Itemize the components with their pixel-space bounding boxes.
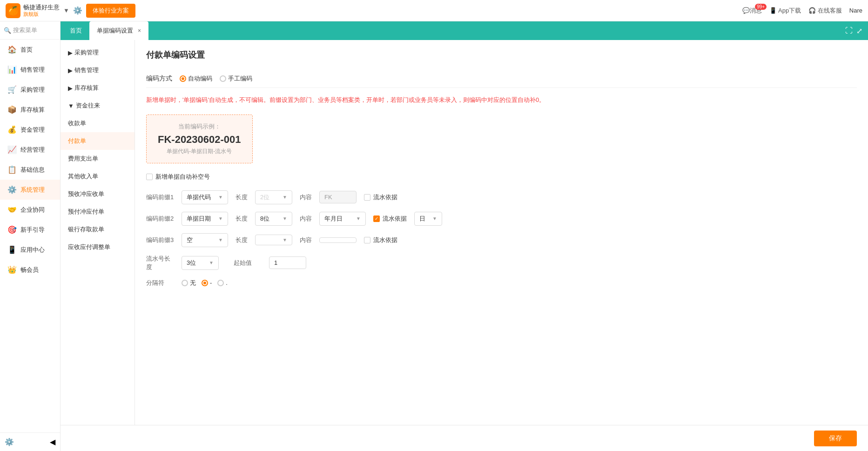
sidebar-item-guide[interactable]: 🎯 新手引导 (0, 220, 60, 240)
main-layout: 🔍 搜索菜单 🏠 首页 📊 销售管理 🛒 采购管理 📦 库存核算 💰 (0, 21, 868, 451)
sep-dash-label: - (210, 279, 212, 286)
sub-menu-capital[interactable]: ▼ 资金往来 (61, 97, 135, 114)
sep-dash[interactable]: - (202, 279, 212, 286)
sub-menu-prepaid-recv[interactable]: 预收冲应收单 (61, 185, 135, 203)
tab-close-icon[interactable]: × (138, 27, 141, 34)
day-select[interactable]: 日 ▼ (414, 212, 442, 226)
sidebar-item-base[interactable]: 📋 基础信息 (0, 160, 60, 180)
sub-menu-inventory[interactable]: ▶ 库存核算 (61, 79, 135, 97)
length2-select[interactable]: 8位 ▼ (255, 212, 292, 226)
sidebar-item-label: 新手引导 (20, 226, 45, 234)
content2-select[interactable]: 年月日 ▼ (319, 212, 366, 226)
sub-sidebar: ▶ 采购管理 ▶ 销售管理 ▶ 库存核算 ▼ 资金往来 收款单 (61, 40, 135, 425)
prefix3-select[interactable]: 空 ▼ (182, 233, 228, 247)
sub-menu-expense[interactable]: 费用支出单 (61, 150, 135, 168)
arrow-icon: ▶ (68, 49, 73, 56)
sep-dot[interactable]: . (217, 279, 228, 286)
serial-length-select[interactable]: 3位 ▼ (182, 256, 219, 270)
experience-button[interactable]: 体验行业方案 (86, 4, 135, 18)
content1-label: 内容 (300, 193, 312, 202)
serial3-label: 流水依据 (373, 236, 397, 244)
dropdown-text: ▼ (63, 7, 69, 14)
sub-menu-label: 库存核算 (74, 84, 99, 92)
arrow-icon: ▶ (68, 85, 73, 92)
serial3-checkbox[interactable] (364, 237, 370, 243)
sidebar-search[interactable]: 🔍 搜索菜单 (0, 21, 60, 40)
prefix3-label: 编码前缀3 (146, 236, 174, 244)
inventory-icon: 📦 (7, 105, 17, 114)
sidebar-item-label: 首页 (20, 46, 33, 54)
sub-menu-receipt[interactable]: 收款单 (61, 114, 135, 132)
separator-options: 无 - . (182, 279, 228, 287)
sidebar-item-finance[interactable]: 💰 资金管理 (0, 120, 60, 140)
online-service[interactable]: 🎧 在线客服 (808, 7, 842, 15)
sub-menu-bank[interactable]: 银行存取款单 (61, 221, 135, 238)
prefix1-select[interactable]: 单据代码 ▼ (182, 190, 228, 204)
prefix2-select[interactable]: 单据日期 ▼ (182, 212, 228, 226)
gear-icon[interactable]: ⚙️ (73, 6, 82, 15)
serial1-checkbox[interactable] (364, 194, 370, 201)
sub-menu-sales[interactable]: ▶ 销售管理 (61, 61, 135, 79)
header-right: 💬 消息 99+ 📱 App下载 🎧 在线客服 Nare (742, 7, 862, 15)
tab-bar-left: 首页 单据编码设置 × (62, 21, 148, 40)
sidebar-item-system[interactable]: ⚙️ 系统管理 (0, 180, 60, 200)
message-badge-wrap[interactable]: 💬 消息 99+ (742, 7, 762, 15)
sidebar-item-label: 基础信息 (20, 166, 45, 174)
sub-menu-prepaid-pay[interactable]: 预付冲应付单 (61, 203, 135, 221)
sub-menu-label: 销售管理 (74, 66, 99, 74)
serial2-checkbox[interactable]: ✓ (373, 215, 380, 222)
sidebar-item-member[interactable]: 👑 畅会员 (0, 260, 60, 280)
message-count: 99+ (755, 4, 767, 10)
serial-length-value: 3位 (187, 259, 196, 267)
auto-fill-checkbox[interactable] (146, 174, 153, 180)
app-download[interactable]: 📱 App下载 (769, 7, 801, 15)
collapse-icon[interactable]: ◀ (50, 438, 55, 446)
length3-select[interactable]: ▼ (255, 235, 292, 245)
sidebar-item-sales[interactable]: 📊 销售管理 (0, 60, 60, 80)
preview-label: 当前编码示例： (158, 122, 241, 131)
finance-icon: 💰 (7, 125, 17, 134)
sidebar-item-apps[interactable]: 📱 应用中心 (0, 240, 60, 260)
hint-text: 新增单据时，'单据编码'自动生成，不可编辑。前缀设置为部门、业务员等档案类，开单… (146, 95, 857, 105)
sidebar-item-label: 畅会员 (20, 266, 39, 274)
length1-select[interactable]: 2位 ▼ (255, 190, 292, 204)
system-icon: ⚙️ (7, 185, 17, 194)
sidebar-item-corp[interactable]: 🤝 企业协同 (0, 200, 60, 220)
length1-label: 长度 (236, 193, 248, 202)
purchase-icon: 🛒 (7, 85, 17, 94)
save-button[interactable]: 保存 (814, 431, 857, 446)
header-dropdown[interactable]: ▼ (63, 7, 69, 14)
tab-fullscreen-icon[interactable]: ⤢ (856, 27, 862, 35)
sub-menu-other-income[interactable]: 其他收入单 (61, 168, 135, 185)
sidebar-item-purchase[interactable]: 🛒 采购管理 (0, 80, 60, 100)
tab-home[interactable]: 首页 (62, 21, 89, 40)
sep-dash-radio (202, 280, 208, 286)
header-left: 🍊 畅捷通好生意 旗舰版 ▼ ⚙️ 体验行业方案 (6, 3, 135, 18)
length2-value: 8位 (260, 215, 269, 223)
auto-encoding-option[interactable]: 自动编码 (180, 74, 212, 83)
content1-input: FK (319, 191, 357, 203)
page-title: 付款单编码设置 (146, 49, 857, 61)
tab-current[interactable]: 单据编码设置 × (89, 21, 148, 40)
sidebar-item-home[interactable]: 🏠 首页 (0, 40, 60, 60)
brand-name: 畅捷通好生意 (23, 4, 60, 11)
arrow-down-icon: ▼ (68, 102, 74, 109)
sub-menu-payment[interactable]: 付款单 (61, 132, 135, 150)
sub-menu-adjustment[interactable]: 应收应付调整单 (61, 238, 135, 256)
sales-icon: 📊 (7, 65, 17, 74)
sidebar-item-operations[interactable]: 📈 经营管理 (0, 140, 60, 160)
manual-encoding-option[interactable]: 手工编码 (220, 74, 252, 83)
sep-none[interactable]: 无 (182, 279, 196, 287)
bank-label: 银行存取款单 (68, 225, 104, 234)
sidebar-item-inventory[interactable]: 📦 库存核算 (0, 100, 60, 120)
arrow-icon: ▶ (68, 67, 73, 74)
sidebar-item-label: 企业协同 (20, 206, 45, 214)
start-value-input[interactable]: 1 (269, 256, 306, 269)
sub-menu-purchase[interactable]: ▶ 采购管理 (61, 44, 135, 61)
tab-home-label: 首页 (70, 27, 82, 35)
radio-group: 自动编码 手工编码 (180, 74, 252, 83)
settings-icon[interactable]: ⚙️ (5, 438, 14, 446)
tab-expand-icon[interactable]: ⛶ (845, 27, 853, 35)
config-row-2: 编码前缀2 单据日期 ▼ 长度 8位 ▼ 内容 年月日 ▼ (146, 212, 857, 226)
username[interactable]: Nare (849, 7, 862, 14)
